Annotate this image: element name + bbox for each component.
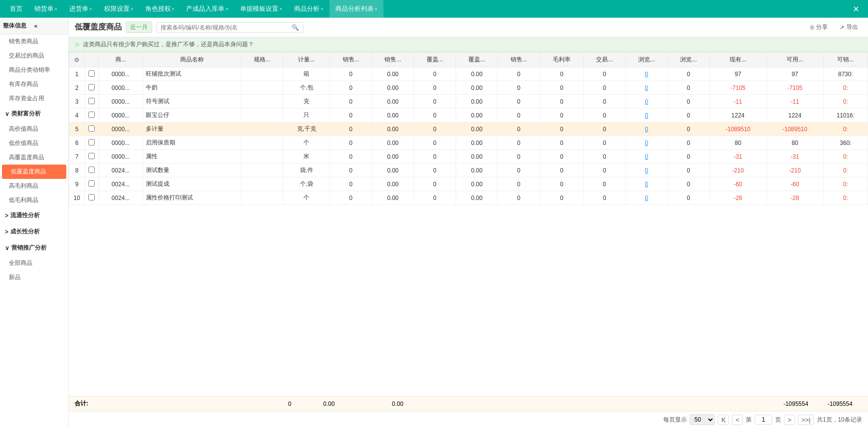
row-checkbox[interactable] [85, 164, 99, 177]
sidebar-section-成长性分析[interactable]: >成长性分析 [0, 224, 68, 240]
sidebar-item-商品分类动销率[interactable]: 商品分类动销率 [0, 63, 68, 77]
nav-item-单据模板设置[interactable]: 单据模板设置 × [234, 0, 288, 18]
nav-close-销货单[interactable]: × [54, 6, 57, 12]
row-name[interactable]: 属性 [143, 150, 241, 164]
prev-page-btn[interactable]: < [732, 415, 743, 425]
row-browse1[interactable]: 0 [625, 95, 668, 109]
col-gross[interactable]: 毛利率 [540, 53, 583, 67]
nav-item-销货单[interactable]: 销货单 × [28, 0, 63, 18]
row-checkbox[interactable] [85, 67, 99, 81]
sidebar-section-类财富分析[interactable]: ∨类财富分析 [0, 106, 68, 122]
sidebar-section-流通性分析[interactable]: >流通性分析 [0, 207, 68, 224]
share-btn[interactable]: ⎘ 分享 [807, 22, 832, 33]
window-close-btn[interactable]: ✕ [848, 4, 864, 14]
row-browse1[interactable]: 0 [625, 109, 668, 122]
sidebar-item-高价值商品[interactable]: 高价值商品 [0, 122, 68, 136]
row-browse1[interactable]: 0 [625, 136, 668, 150]
row-sales-amt: 0.00 [372, 95, 414, 109]
col-name[interactable]: 商品名称 [143, 53, 241, 67]
sidebar-item-销售类商品[interactable]: 销售类商品 [0, 34, 68, 49]
table-row: 20000...牛奶个,包00.0000.0000000-7105-71050: [69, 81, 868, 95]
row-trade: 0 [584, 164, 626, 177]
row-browse1[interactable]: 0 [625, 150, 668, 164]
col-spec[interactable]: 规格... [241, 53, 283, 67]
sidebar-item-全部商品[interactable]: 全部商品 [0, 256, 68, 270]
row-browse1[interactable]: 0 [625, 191, 668, 205]
sidebar-item-低价值商品[interactable]: 低价值商品 [0, 136, 68, 150]
search-input[interactable] [161, 24, 290, 31]
sidebar-item-新品[interactable]: 新品 [0, 270, 68, 285]
sidebar-item-低覆盖度商品[interactable]: 低覆盖度商品 [2, 165, 66, 179]
nav-close-权限设置[interactable]: × [131, 6, 134, 12]
col-cov1[interactable]: 覆盖... [414, 53, 456, 67]
sidebar-item-交易过的商品[interactable]: 交易过的商品 [0, 49, 68, 63]
sidebar-item-高覆盖度商品[interactable]: 高覆盖度商品 [0, 150, 68, 165]
row-sellable: 11016: [823, 109, 868, 122]
col-sales-amt[interactable]: 销售... [372, 53, 414, 67]
row-checkbox[interactable] [85, 81, 99, 95]
row-name[interactable]: 测试数量 [143, 164, 241, 177]
nav-item-进货单[interactable]: 进货单 × [63, 0, 98, 18]
row-checkbox[interactable] [85, 95, 99, 109]
nav-close-角色授权[interactable]: × [172, 6, 175, 12]
col-sellable[interactable]: 可销... [823, 53, 868, 67]
next-page-btn[interactable]: > [784, 415, 795, 425]
col-browse1[interactable]: 浏览... [625, 53, 668, 67]
nav-close-产成品入库单[interactable]: × [225, 6, 228, 12]
nav-item-角色授权[interactable]: 角色授权 × [139, 0, 181, 18]
row-checkbox[interactable] [85, 109, 99, 122]
row-checkbox[interactable] [85, 136, 99, 150]
nav-item-商品分析[interactable]: 商品分析 × [288, 0, 329, 18]
row-name[interactable]: 启用保质期 [143, 136, 241, 150]
col-cov2[interactable]: 覆盖... [456, 53, 498, 67]
row-name[interactable]: 牛奶 [143, 81, 241, 95]
col-unit[interactable]: 计量... [283, 53, 330, 67]
row-name[interactable]: 多计量 [143, 122, 241, 136]
row-browse1[interactable]: 0 [625, 177, 668, 191]
nav-close-单据模板设置[interactable]: × [279, 6, 282, 12]
col-code[interactable]: 商... [99, 53, 143, 67]
sidebar-collapse-btn[interactable]: « [34, 23, 66, 29]
nav-close-进货单[interactable]: × [89, 6, 92, 12]
col-current[interactable]: 现有... [709, 53, 766, 67]
page-number-input[interactable] [755, 415, 772, 425]
nav-close-商品分析列表[interactable]: × [375, 6, 378, 12]
row-checkbox[interactable] [85, 150, 99, 164]
sidebar-item-库存资金占用[interactable]: 库存资金占用 [0, 91, 68, 106]
row-browse1[interactable]: 0 [625, 81, 668, 95]
row-cov2: 0.00 [456, 164, 498, 177]
row-browse1[interactable]: 0 [625, 67, 668, 81]
col-sales2[interactable]: 销售... [498, 53, 540, 67]
nav-item-权限设置[interactable]: 权限设置 × [98, 0, 139, 18]
sidebar-item-低毛利商品[interactable]: 低毛利商品 [0, 193, 68, 207]
col-settings[interactable]: ⚙ [69, 53, 85, 67]
settings-icon[interactable]: ⚙ [74, 57, 80, 63]
row-checkbox[interactable] [85, 122, 99, 136]
nav-close-商品分析[interactable]: × [321, 6, 324, 12]
sidebar-item-有库存商品[interactable]: 有库存商品 [0, 77, 68, 91]
col-trade[interactable]: 交易... [584, 53, 626, 67]
export-btn[interactable]: ↗ 导出 [836, 22, 862, 33]
row-name[interactable]: 测试提成 [143, 177, 241, 191]
col-browse2[interactable]: 浏览... [668, 53, 710, 67]
page-size-select[interactable]: 102050100 [690, 414, 715, 425]
col-sales-qty[interactable]: 销售... [330, 53, 372, 67]
nav-item-商品分析列表[interactable]: 商品分析列表 × [329, 0, 383, 18]
row-checkbox[interactable] [85, 191, 99, 205]
row-browse1[interactable]: 0 [625, 122, 668, 136]
row-name[interactable]: 符号测试 [143, 95, 241, 109]
sidebar-section-营销推广分析[interactable]: ∨营销推广分析 [0, 240, 68, 256]
row-name[interactable]: 眼宝公仔 [143, 109, 241, 122]
last-page-btn[interactable]: >>| [798, 415, 814, 425]
nav-item-产成品入库单[interactable]: 产成品入库单 × [180, 0, 234, 18]
row-current: -31 [709, 150, 766, 164]
row-checkbox[interactable] [85, 177, 99, 191]
first-page-btn[interactable]: K [718, 415, 729, 425]
nav-item-首页[interactable]: 首页 [4, 0, 28, 18]
filter-period-btn[interactable]: 近一月 [126, 22, 152, 33]
row-browse1[interactable]: 0 [625, 164, 668, 177]
row-name[interactable]: 旺辅批次测试 [143, 67, 241, 81]
sidebar-item-高毛利商品[interactable]: 高毛利商品 [0, 179, 68, 193]
row-name[interactable]: 属性价格打印测试 [143, 191, 241, 205]
col-available[interactable]: 可用... [766, 53, 823, 67]
